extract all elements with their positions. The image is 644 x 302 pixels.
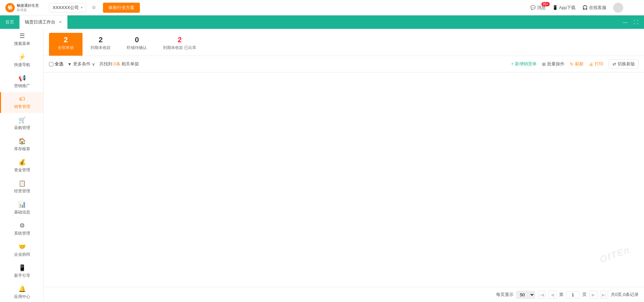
stat-tab-all[interactable]: 2 全部单据 <box>49 33 83 56</box>
toolbar-right: + 新增销货单 ⊞ 批量操作 ↻ 刷新 🖨 打印 ⇄ 切换新版 <box>511 59 639 69</box>
select-all-checkbox[interactable]: 全选 <box>49 61 63 67</box>
sidebar-item-inventory[interactable]: 🏠 库存核算 <box>0 134 43 155</box>
sidebar-item-quick-nav[interactable]: ⚡ 快捷导航 <box>0 50 43 71</box>
sidebar-item-label: 快捷导航 <box>14 62 30 68</box>
app-center-icon: 🔔 <box>18 285 26 293</box>
refresh-button[interactable]: ↻ 刷新 <box>570 61 584 67</box>
batch-label: 批量操作 <box>547 61 565 67</box>
sidebar-item-guide[interactable]: 📱 新手引导 <box>0 261 43 282</box>
sidebar-item-label: 营销推广 <box>14 83 30 89</box>
stat-number-overdue: 2 <box>99 36 103 44</box>
tab-cashflow[interactable]: 钱货日清工作台 ✕ <box>19 15 67 29</box>
stat-label-overdue: 到期未收款 <box>91 45 111 51</box>
stat-tab-overdue[interactable]: 2 到期未收款 <box>83 33 119 56</box>
print-icon: 🖨 <box>589 62 593 67</box>
logo-icon: 畅 <box>5 3 15 12</box>
batch-icon: ⊞ <box>542 62 546 67</box>
basic-info-icon: 📊 <box>18 201 26 208</box>
settings-button[interactable]: ⚙ <box>89 3 99 13</box>
sidebar-item-label: 新手引导 <box>14 273 30 279</box>
finance-icon: 💰 <box>18 159 26 166</box>
page-input[interactable] <box>566 291 580 298</box>
sidebar-item-system[interactable]: ⚙ 系统管理 <box>0 219 43 240</box>
prev-page-button[interactable]: ◀ <box>548 291 556 299</box>
company-name: XXXXXX公司 <box>53 5 79 11</box>
header-right: 💬 消息 99+ 📱 App下载 🎧 在线客服 <box>530 3 639 13</box>
tab-bar-actions: — ⛶ <box>621 18 644 26</box>
print-button[interactable]: 🖨 打印 <box>589 61 603 67</box>
tab-close-icon[interactable]: ✕ <box>59 20 62 24</box>
first-page-button[interactable]: |◀ <box>538 291 546 299</box>
sidebar-item-label: 资金管理 <box>14 167 30 173</box>
sidebar: ☰ 搜索菜单 ⚡ 快捷导航 📢 营销推广 🏷 销售管理 🛒 采购管理 🏠 库存核… <box>0 29 44 302</box>
sidebar-item-app-center[interactable]: 🔔 应用中心 <box>0 282 43 302</box>
purchase-icon: 🛒 <box>18 116 26 124</box>
toolbar: 全选 ▼ 更多条件 ∨ 共找到 0条 相关单据 + 新增销货单 ⊞ 批量操作 <box>44 56 644 72</box>
pagination-bar: 每页显示 50 20 100 |◀ ◀ 第 页 ▶ ▶| 共0页,0条记录 <box>44 287 644 302</box>
tab-bar: 首页 钱货日清工作台 ✕ — ⛶ <box>0 15 644 29</box>
operations-icon: 📋 <box>18 180 26 187</box>
last-page-button[interactable]: ▶| <box>600 291 608 299</box>
batch-operation-button[interactable]: ⊞ 批量操作 <box>542 61 565 67</box>
stat-tab-shipped[interactable]: 2 到期未收款 已出库 <box>155 33 204 56</box>
search-menu-icon: ☰ <box>19 32 25 40</box>
switch-icon: ⇄ <box>612 62 616 67</box>
switch-version-button[interactable]: ⇄ 切换新版 <box>609 59 639 69</box>
stat-label-all: 全部单据 <box>58 45 74 51</box>
tab-home[interactable]: 首页 <box>0 15 19 29</box>
page-suffix: 页 <box>582 292 587 298</box>
per-page-select[interactable]: 50 20 100 <box>516 291 535 299</box>
inventory-icon: 🏠 <box>18 137 26 145</box>
sidebar-item-label: 搜索菜单 <box>14 41 30 47</box>
cooperation-icon: 🤝 <box>18 243 26 250</box>
watermark: OfTEn <box>598 244 631 265</box>
new-order-label: + 新增销货单 <box>511 61 537 67</box>
new-order-button[interactable]: + 新增销货单 <box>511 61 537 67</box>
filter-label: 更多条件 <box>73 61 91 67</box>
online-service-button[interactable]: 🎧 在线客服 <box>582 5 606 11</box>
sidebar-item-sales[interactable]: 🏷 销售管理 <box>0 92 43 113</box>
sidebar-item-marketing[interactable]: 📢 营销推广 <box>0 71 43 92</box>
stat-label-shipped: 到期未收款 已出库 <box>163 45 196 51</box>
avatar[interactable] <box>613 3 623 13</box>
main-layout: ☰ 搜索菜单 ⚡ 快捷导航 📢 营销推广 🏷 销售管理 🛒 采购管理 🏠 库存核… <box>0 29 644 302</box>
checkbox-input[interactable] <box>49 62 53 66</box>
quick-nav-icon: ⚡ <box>18 53 26 61</box>
messages-badge: 99+ <box>541 2 550 6</box>
sidebar-item-finance[interactable]: 💰 资金管理 <box>0 155 43 176</box>
filter-arrow-icon: ∨ <box>92 62 95 67</box>
found-text: 共找到 0条 相关单据 <box>99 61 139 67</box>
filter-button[interactable]: ▼ 更多条件 ∨ <box>67 61 95 67</box>
logo-text: 畅捷通好生意 标准版 <box>17 3 39 12</box>
table-area: OfTEn <box>44 72 644 287</box>
select-all-label: 全选 <box>55 61 63 67</box>
messages-button[interactable]: 💬 消息 99+ <box>530 5 546 11</box>
sidebar-item-search-menu[interactable]: ☰ 搜索菜单 <box>0 29 43 50</box>
sidebar-item-label: 库存核算 <box>14 146 30 152</box>
sidebar-item-label: 基础信息 <box>14 209 30 215</box>
stats-tabs: 2 全部单据 2 到期未收款 0 旺铺待确认 2 到期未收款 已出库 <box>44 29 644 56</box>
download-icon: 📱 <box>552 5 558 10</box>
found-count: 0条 <box>114 61 120 66</box>
sidebar-item-operations[interactable]: 📋 经营管理 <box>0 176 43 197</box>
company-selector[interactable]: XXXXXX公司 ▾ <box>49 3 86 12</box>
service-icon: 🎧 <box>582 5 588 10</box>
stat-tab-wangpu[interactable]: 0 旺铺待确认 <box>119 33 155 56</box>
tab-minimize-button[interactable]: — <box>621 18 629 26</box>
trial-button[interactable]: 体验行业方案 <box>103 3 140 13</box>
sidebar-item-purchase[interactable]: 🛒 采购管理 <box>0 113 43 134</box>
sidebar-item-basic-info[interactable]: 📊 基础信息 <box>0 197 43 219</box>
print-label: 打印 <box>595 61 603 67</box>
sidebar-item-label: 销售管理 <box>14 104 30 110</box>
user-name <box>630 5 639 11</box>
stat-label-wangpu: 旺铺待确认 <box>127 45 147 51</box>
next-page-button[interactable]: ▶ <box>589 291 597 299</box>
stat-number-wangpu: 0 <box>135 36 139 44</box>
logo-area: 畅 畅捷通好生意 标准版 <box>5 3 49 12</box>
sidebar-item-cooperation[interactable]: 🤝 企业协同 <box>0 240 43 261</box>
page-label: 第 <box>559 292 564 298</box>
app-download-button[interactable]: 📱 App下载 <box>552 5 576 11</box>
sidebar-item-label: 系统管理 <box>14 231 30 236</box>
tab-expand-button[interactable]: ⛶ <box>632 18 640 26</box>
marketing-icon: 📢 <box>18 74 26 82</box>
